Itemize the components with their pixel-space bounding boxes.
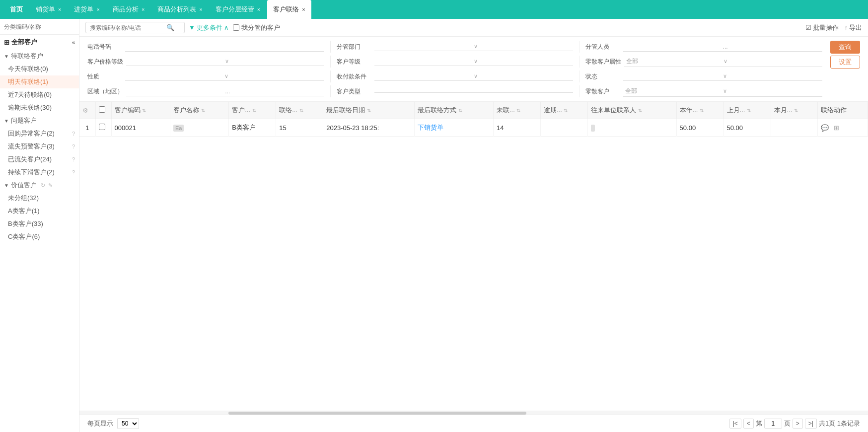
query-button[interactable]: 查询 bbox=[830, 41, 860, 54]
filter-row-4: 区域（地区） ... 客户类型 bbox=[87, 85, 822, 97]
refresh-icon[interactable]: ↻ bbox=[41, 182, 45, 189]
nav-customer-contact[interactable]: 客户联络 × bbox=[267, 0, 311, 19]
sidebar-search-input[interactable] bbox=[4, 23, 78, 30]
triangle-down-icon3: ▼ bbox=[4, 183, 9, 188]
person-select[interactable]: ... bbox=[623, 42, 822, 52]
sort-count-icon[interactable]: ⇅ bbox=[299, 108, 303, 113]
row-current-year: 50.00 bbox=[676, 119, 723, 137]
export-button[interactable]: ↑ 导出 bbox=[845, 23, 863, 32]
help-icon3[interactable]: ? bbox=[72, 156, 75, 162]
sidebar-item-churn-warning[interactable]: 流失预警客户(3) ? bbox=[0, 140, 79, 153]
sort-name-icon[interactable]: ⇅ bbox=[201, 108, 205, 113]
retail-customer-select[interactable]: 全部 ∨ bbox=[623, 86, 822, 97]
close-sales-icon[interactable]: × bbox=[58, 6, 61, 12]
nav-product-analysis[interactable]: 商品分析 × bbox=[107, 0, 150, 19]
nav-sales[interactable]: 销货单 × bbox=[30, 0, 67, 19]
help-icon[interactable]: ? bbox=[72, 131, 75, 137]
nature-select[interactable]: ∨ bbox=[125, 72, 324, 81]
th-current-month: 本月... ⇅ bbox=[771, 102, 818, 119]
checkbox-icon: ☑ bbox=[805, 24, 811, 31]
row-last-month: 50.00 bbox=[723, 119, 771, 137]
page-number-input[interactable] bbox=[764, 419, 782, 429]
sort-date-icon[interactable]: ⇅ bbox=[367, 108, 371, 113]
prev-page-button[interactable]: < bbox=[743, 419, 754, 429]
price-grade-select[interactable]: ∨ bbox=[126, 57, 324, 66]
nav-home[interactable]: 首页 bbox=[4, 0, 29, 19]
region-select[interactable]: ... bbox=[126, 87, 324, 96]
retail-customer-label: 零散客户 bbox=[585, 87, 620, 96]
filter-row-3: 性质 ∨ 收付款条件 ∨ bbox=[87, 71, 822, 82]
sidebar-item-declining[interactable]: 持续下滑客户(2) ? bbox=[0, 166, 79, 179]
contact-action-icon[interactable]: 💬 bbox=[821, 124, 829, 132]
sort-current-month-icon[interactable]: ⇅ bbox=[794, 108, 798, 113]
status-select[interactable]: ∨ bbox=[623, 72, 822, 81]
all-customers-title[interactable]: ⊞ 全部客户 « bbox=[0, 35, 79, 50]
more-filter-button[interactable]: ▼ 更多条件 ∧ bbox=[189, 23, 229, 32]
sidebar-item-ungrouped[interactable]: 未分组(32) bbox=[0, 192, 79, 205]
settings-button[interactable]: 设置 bbox=[830, 56, 860, 69]
sidebar-item-class-a[interactable]: A类客户(1) bbox=[0, 205, 79, 217]
sidebar-item-overdue-contact[interactable]: 逾期未联络(30) bbox=[0, 101, 79, 114]
group-pending-contact[interactable]: ▼ 待联络客户 bbox=[0, 50, 79, 63]
close-customer-contact-icon[interactable]: × bbox=[302, 6, 305, 12]
nav-purchase[interactable]: 进货单 × bbox=[68, 0, 105, 19]
sort-type-icon[interactable]: ⇅ bbox=[252, 108, 256, 113]
per-page-select[interactable]: 50 bbox=[117, 418, 139, 429]
more-action-icon[interactable]: ⊞ bbox=[834, 124, 839, 132]
close-purchase-icon[interactable]: × bbox=[96, 6, 99, 12]
search-input[interactable] bbox=[90, 24, 164, 31]
close-customer-tier-icon[interactable]: × bbox=[257, 6, 260, 12]
help-icon2[interactable]: ? bbox=[72, 144, 75, 149]
phone-input[interactable] bbox=[125, 42, 324, 52]
search-button[interactable]: 🔍 bbox=[166, 24, 174, 31]
customer-grade-select[interactable]: ∨ bbox=[374, 57, 574, 66]
sidebar-item-week-contact[interactable]: 近7天待联络(0) bbox=[0, 88, 79, 101]
th-current-year: 本年... ⇅ bbox=[676, 102, 723, 119]
close-product-analysis-list-icon[interactable]: × bbox=[199, 6, 202, 12]
sidebar-item-class-b[interactable]: B类客户(33) bbox=[0, 217, 79, 230]
chevron-down-icon4: ∨ bbox=[723, 58, 820, 65]
filter-retail-attr: 零散客户属性 全部 ∨ bbox=[585, 56, 822, 67]
sort-uncontacted-icon[interactable]: ⇅ bbox=[516, 108, 520, 113]
payment-select[interactable]: ∨ bbox=[374, 72, 574, 81]
sidebar-item-churned[interactable]: 已流失客户(24) ? bbox=[0, 153, 79, 166]
sort-method-icon[interactable]: ⇅ bbox=[458, 108, 462, 113]
sort-overdue-icon[interactable]: ⇅ bbox=[564, 108, 568, 113]
table-row: 1 000021 Ea B类客户 15 2023-05-23 18:25: 下销… bbox=[79, 119, 868, 137]
grid-icon: ⊞ bbox=[4, 39, 9, 46]
nav-product-analysis-list[interactable]: 商品分析列表 × bbox=[151, 0, 208, 19]
sidebar-item-class-c[interactable]: C类客户(6) bbox=[0, 230, 79, 243]
select-all-checkbox[interactable] bbox=[99, 106, 105, 113]
horizontal-scrollbar[interactable] bbox=[79, 411, 868, 415]
batch-button[interactable]: ☑ 批量操作 bbox=[805, 23, 839, 32]
nav-customer-tier[interactable]: 客户分层经营 × bbox=[210, 0, 266, 19]
sidebar-item-today-contact[interactable]: 今天待联络(0) bbox=[0, 63, 79, 75]
row-last-date: 2023-05-23 18:25: bbox=[323, 119, 415, 137]
help-icon4[interactable]: ? bbox=[72, 169, 75, 175]
last-method-link[interactable]: 下销货单 bbox=[418, 124, 443, 131]
sort-last-month-icon[interactable]: ⇅ bbox=[747, 108, 751, 113]
my-customers-checkbox-label[interactable]: 我分管的客户 bbox=[233, 23, 280, 32]
first-page-button[interactable]: |< bbox=[729, 419, 741, 429]
last-page-button[interactable]: >| bbox=[805, 419, 817, 429]
collapse-icon[interactable]: « bbox=[72, 39, 75, 45]
sidebar-item-rebuy-abnormal[interactable]: 回购异常客户(2) ? bbox=[0, 127, 79, 140]
next-page-button[interactable]: > bbox=[793, 419, 803, 429]
sort-year-icon[interactable]: ⇅ bbox=[700, 108, 704, 113]
group-value-customers[interactable]: ▼ 价值客户 ↻ ✎ bbox=[0, 179, 79, 192]
customer-grade-label: 客户等级 bbox=[337, 58, 371, 66]
my-customers-checkbox[interactable] bbox=[233, 24, 239, 31]
scrollbar-thumb[interactable] bbox=[228, 412, 526, 415]
th-last-date: 最后联络日期 ⇅ bbox=[323, 102, 415, 119]
dept-select[interactable]: ∨ bbox=[374, 42, 574, 51]
edit-icon[interactable]: ✎ bbox=[48, 182, 53, 189]
gear-icon[interactable]: ⚙ bbox=[82, 107, 88, 114]
row-checkbox[interactable] bbox=[99, 124, 105, 130]
customer-type-select[interactable] bbox=[374, 90, 574, 93]
sort-code-icon[interactable]: ⇅ bbox=[142, 108, 146, 113]
sort-person-icon[interactable]: ⇅ bbox=[638, 108, 642, 113]
close-product-analysis-icon[interactable]: × bbox=[142, 6, 145, 12]
group-problem-customers[interactable]: ▼ 问题客户 bbox=[0, 114, 79, 127]
sidebar-item-tomorrow-contact[interactable]: 明天待联络(1) bbox=[0, 75, 79, 88]
retail-attr-select[interactable]: 全部 ∨ bbox=[624, 56, 822, 67]
